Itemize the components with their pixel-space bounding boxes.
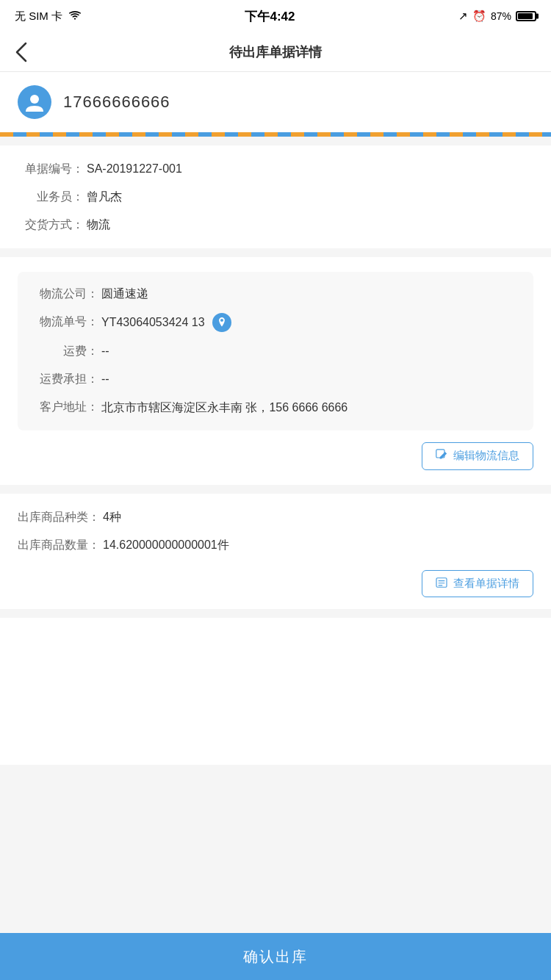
goods-types-value: 4种 (103, 508, 533, 526)
goods-quantity-value: 14.620000000000001件 (103, 536, 533, 554)
salesperson-row: 业务员： 曾凡杰 (18, 188, 533, 206)
edit-logistics-label: 编辑物流信息 (453, 449, 519, 463)
detail-btn-section: 查看单据详情 (0, 558, 551, 609)
svg-point-0 (30, 95, 39, 104)
delivery-label: 交货方式： (18, 216, 84, 234)
delivery-row: 交货方式： 物流 (18, 216, 533, 234)
status-right: ↗ ⏰ 87% (458, 10, 536, 23)
logistics-company-row: 物流公司： 圆通速递 (32, 285, 519, 303)
wifi-icon (68, 10, 82, 23)
tracking-no-label: 物流单号： (32, 313, 98, 331)
battery-icon (516, 11, 536, 21)
battery-percent: 87% (491, 10, 511, 22)
view-detail-button[interactable]: 查看单据详情 (422, 570, 533, 597)
user-phone: 17666666666 (63, 93, 170, 112)
status-bar: 无 SIM 卡 下午4:42 ↗ ⏰ 87% (0, 0, 551, 32)
section-gap-1 (0, 137, 551, 145)
avatar (18, 85, 51, 119)
edit-logistics-button[interactable]: 编辑物流信息 (422, 442, 533, 470)
address-row: 客户地址： 北京市市辖区海淀区永丰南 张，156 6666 6666 (32, 398, 519, 417)
order-info-section: 单据编号： SA-20191227-001 业务员： 曾凡杰 交货方式： 物流 (0, 145, 551, 248)
delivery-value: 物流 (87, 216, 533, 234)
page-title: 待出库单据详情 (229, 43, 322, 61)
goods-quantity-label: 出库商品数量： (18, 536, 100, 554)
freight-bear-label: 运费承担： (32, 370, 98, 388)
logistics-company-value: 圆通速递 (101, 285, 519, 303)
freight-label: 运费： (32, 342, 98, 360)
freight-bear-row: 运费承担： -- (32, 370, 519, 388)
alarm-icon: ⏰ (472, 10, 486, 23)
nav-bar: 待出库单据详情 (0, 32, 551, 72)
edit-btn-row: 编辑物流信息 (18, 442, 533, 470)
order-no-label: 单据编号： (18, 160, 84, 178)
section-gap-4 (0, 609, 551, 618)
order-no-value: SA-20191227-001 (87, 160, 533, 178)
bottom-spacer (0, 765, 551, 824)
section-gap-2 (0, 248, 551, 257)
goods-types-row: 出库商品种类： 4种 (18, 508, 533, 526)
logistics-section: 物流公司： 圆通速递 物流单号： YT43064053424 13 运费： --… (0, 257, 551, 485)
back-button[interactable] (15, 41, 28, 63)
address-label: 客户地址： (32, 398, 98, 416)
empty-space (0, 618, 551, 765)
confirm-btn-label: 确认出库 (243, 947, 308, 967)
logistics-card: 物流公司： 圆通速递 物流单号： YT43064053424 13 运费： --… (18, 272, 533, 430)
salesperson-label: 业务员： (18, 188, 84, 206)
salesperson-value: 曾凡杰 (87, 188, 533, 206)
edit-icon (436, 449, 447, 464)
tracking-no-value: YT43064053424 13 (101, 313, 519, 332)
status-left: 无 SIM 卡 (15, 10, 82, 24)
detail-btn-label: 查看单据详情 (453, 577, 519, 591)
goods-section: 出库商品种类： 4种 出库商品数量： 14.620000000000001件 (0, 494, 551, 558)
location-status-icon: ↗ (458, 10, 468, 23)
status-time: 下午4:42 (245, 8, 295, 25)
tracking-location-icon[interactable] (212, 313, 231, 332)
freight-row: 运费： -- (32, 342, 519, 360)
confirm-button[interactable]: 确认出库 (0, 933, 551, 980)
order-no-row: 单据编号： SA-20191227-001 (18, 160, 533, 178)
tracking-no-row: 物流单号： YT43064053424 13 (32, 313, 519, 332)
address-value: 北京市市辖区海淀区永丰南 张，156 6666 6666 (101, 398, 519, 417)
detail-icon (436, 577, 447, 590)
section-gap-3 (0, 485, 551, 494)
freight-value: -- (101, 342, 519, 360)
logistics-company-label: 物流公司： (32, 285, 98, 303)
goods-types-label: 出库商品种类： (18, 508, 100, 526)
carrier-label: 无 SIM 卡 (15, 10, 62, 24)
goods-quantity-row: 出库商品数量： 14.620000000000001件 (18, 536, 533, 554)
freight-bear-value: -- (101, 370, 519, 388)
user-header: 17666666666 (0, 72, 551, 132)
detail-btn-row: 查看单据详情 (0, 558, 551, 609)
